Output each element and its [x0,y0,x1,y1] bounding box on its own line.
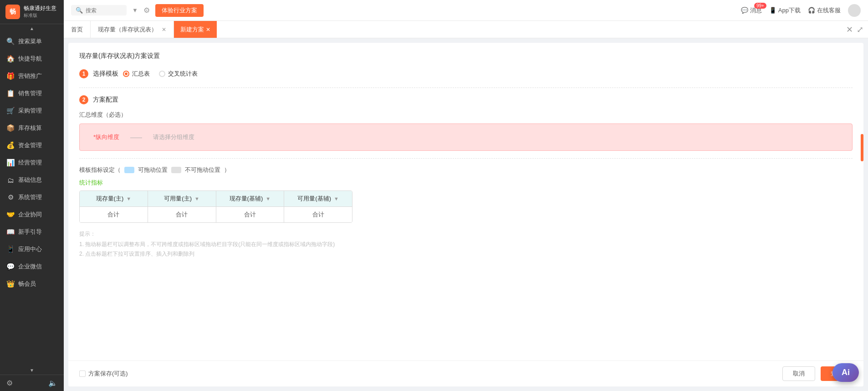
sidebar-item-label-sales: 销售管理 [18,89,42,98]
sidebar-item-cooperation[interactable]: 🤝 企业协同 [0,206,64,223]
stats-col-3[interactable]: 可用量(基辅) ▼ [284,191,352,206]
ai-badge[interactable]: Ai [832,363,859,382]
dimension-box[interactable]: *纵向维度 —— 请选择分组维度 [79,123,853,151]
sidebar-item-wechat[interactable]: 💬 企业微信 [0,258,64,275]
sidebar-item-sales[interactable]: 📋 销售管理 [0,85,64,102]
chat-icon: 💬 [6,262,15,271]
trial-button[interactable]: 体验行业方案 [155,4,204,17]
indicator-settings: 模板指标设定（ 可拖动位置 不可拖动位置 ） [79,166,853,174]
tab-new-scheme[interactable]: 新建方案 ✕ [174,21,217,38]
radio-cross[interactable]: 交叉统计表 [159,70,198,78]
tab-new-label: 新建方案 [180,26,204,34]
topbar-search-input[interactable] [86,7,122,14]
sidebar-item-members[interactable]: 👑 畅会员 [0,275,64,293]
topbar-dropdown-icon[interactable]: ▼ [132,7,138,14]
topbar-customer-service[interactable]: 🎧 在线客服 [808,6,841,15]
step2-header: 2 方案配置 [79,95,853,104]
tab-home[interactable]: 首页 [64,21,91,38]
indicator-label-suffix: ） [224,166,230,174]
sidebar-item-label-purchase: 采购管理 [18,107,42,115]
stats-section: 统计指标 现存量(主) ▼ 可用量(主) ▼ [79,179,853,223]
expand-panel-icon[interactable]: ⤢ [857,25,863,35]
tab-inventory-close[interactable]: ✕ [162,26,166,33]
volume-icon[interactable]: 🔈 [48,379,57,387]
scrollbar-handle[interactable] [861,134,863,161]
sidebar-item-label-cooperation: 企业协同 [18,211,42,219]
tab-inventory-status[interactable]: 现存量（库存状况表） ✕ [91,21,174,38]
sidebar-item-inventory[interactable]: 📦 库存核算 [0,119,64,137]
step1-title: 选择模板 [93,70,118,78]
step1-header: 1 选择模板 汇总表 交叉统计表 [79,69,853,78]
stats-col-label-1: 可用量(主) [164,195,192,203]
app-name: 畅康通好生意 [24,5,56,12]
sidebar-item-finance[interactable]: 💰 资金管理 [0,137,64,154]
sidebar-item-basic[interactable]: 🗂 基础信息 [0,171,64,189]
hint-1: 1. 拖动标题栏可以调整布局，不可跨维度或指标区域拖动栏目字段(只能在同一维度或… [79,241,853,248]
stats-label: 统计指标 [79,179,853,187]
divider2 [79,158,853,159]
step1-section: 1 选择模板 汇总表 交叉统计表 [79,69,853,78]
phone-icon: 📱 [6,245,15,253]
book-icon: 📖 [6,228,15,236]
sidebar-menu: 🔍 搜索菜单 🏠 快捷导航 🎁 营销推广 📋 销售管理 🛒 采购管理 📦 库存核… [0,33,64,366]
stats-table-header: 现存量(主) ▼ 可用量(主) ▼ 现存量(基辅) ▼ [80,191,352,206]
panel-content: 现存量(库存状况表)方案设置 1 选择模板 汇总表 [68,43,863,360]
sidebar-item-operations[interactable]: 📊 经营管理 [0,154,64,171]
save-checkbox[interactable] [79,370,86,377]
step2-badge: 2 [79,95,88,104]
stats-col-dropdown-2[interactable]: ▼ [266,196,271,201]
save-label: 方案保存(可选) [88,370,128,378]
save-option[interactable]: 方案保存(可选) [79,370,128,378]
sidebar-item-guide[interactable]: 📖 新手引导 [0,223,64,241]
stats-col-dropdown-0[interactable]: ▼ [126,196,131,201]
sidebar-item-purchase[interactable]: 🛒 采购管理 [0,102,64,119]
divider1 [79,87,853,88]
app-name-block: 畅康通好生意 标准版 [24,5,56,19]
topbar-message[interactable]: 💬 消息 99+ [741,6,762,15]
movable-badge [124,167,134,173]
money-icon: 💰 [6,141,15,149]
sidebar-item-quicknav[interactable]: 🏠 快捷导航 [0,50,64,67]
tab-new-close-icon[interactable]: ✕ [206,26,210,33]
hint-2: 2. 点击标题栏下拉可设置排序、插入列和删除列 [79,250,853,258]
stats-col-0[interactable]: 现存量(主) ▼ [80,191,148,206]
topbar-gear-icon[interactable]: ⚙ [143,6,150,15]
stats-cell-1: 合计 [148,207,216,222]
topbar-app-download[interactable]: 📱 App下载 [769,6,801,15]
panel-footer: 方案保存(可选) 取消 查询 [68,360,863,386]
sidebar-scroll-up[interactable]: ▲ [0,24,64,33]
app-icon: 📱 [769,7,776,14]
hint-num-1: 1. [79,241,84,247]
sidebar-item-label-finance: 资金管理 [18,141,42,149]
cart-icon: 🛒 [6,107,15,115]
sidebar-item-label-basic: 基础信息 [18,176,42,184]
cancel-button[interactable]: 取消 [782,366,815,381]
hints-section: 提示： 1. 拖动标题栏可以调整布局，不可跨维度或指标区域拖动栏目字段(只能在同… [79,230,853,258]
sidebar-item-label-guide: 新手引导 [18,228,42,236]
stats-col-dropdown-1[interactable]: ▼ [194,196,199,201]
step2-title: 方案配置 [93,96,118,104]
sidebar-scroll-down[interactable]: ▼ [0,366,64,375]
user-avatar[interactable] [848,4,861,17]
sidebar-item-system[interactable]: ⚙ 系统管理 [0,189,64,206]
stats-col-1[interactable]: 可用量(主) ▼ [148,191,216,206]
app-version: 标准版 [24,12,56,19]
topbar-search-box[interactable]: 🔍 [71,5,127,15]
close-panel-icon[interactable]: ✕ [846,25,853,35]
radio-cross-label: 交叉统计表 [168,70,198,78]
sidebar-item-label-wechat: 企业微信 [18,262,42,271]
sidebar-item-search[interactable]: 🔍 搜索菜单 [0,33,64,50]
content-area: 现存量(库存状况表)方案设置 1 选择模板 汇总表 [64,38,868,391]
panel-title: 现存量(库存状况表)方案设置 [79,52,853,60]
stats-col-dropdown-3[interactable]: ▼ [334,196,339,201]
settings-icon[interactable]: ⚙ [6,379,13,387]
stats-col-2[interactable]: 现存量(基辅) ▼ [216,191,285,206]
sidebar-item-marketing[interactable]: 🎁 营销推广 [0,67,64,85]
tab-inventory-label: 现存量（库存状况表） [98,26,157,34]
tab-bar: 首页 现存量（库存状况表） ✕ 新建方案 ✕ ✕ ⤢ [64,21,868,38]
box-icon: 📦 [6,124,15,132]
topbar-right: 💬 消息 99+ 📱 App下载 🎧 在线客服 [741,4,861,17]
sidebar-item-apps[interactable]: 📱 应用中心 [0,241,64,258]
sidebar-item-label-system: 系统管理 [18,193,42,201]
radio-summary[interactable]: 汇总表 [123,70,150,78]
